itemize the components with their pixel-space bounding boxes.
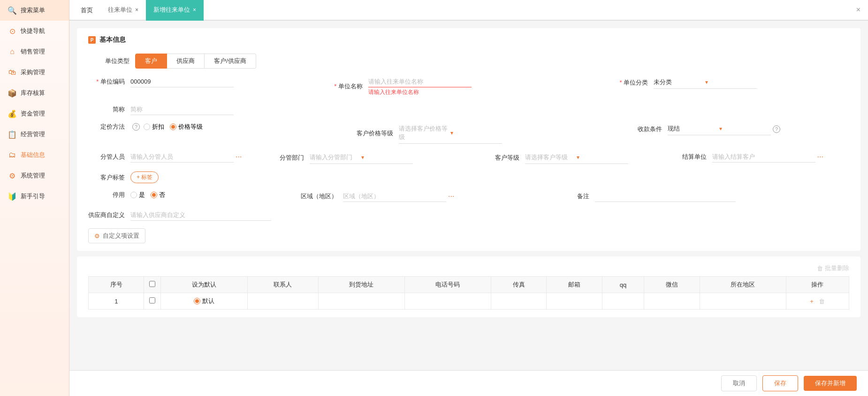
unit-code-label: 单位编码 [88, 78, 130, 86]
payment-help-icon[interactable]: ? [773, 125, 780, 133]
pricing-label: 定价方法 [88, 123, 130, 131]
manager-more[interactable]: ··· [234, 153, 244, 161]
sidebar-item-system[interactable]: ⚙ 系统管理 [0, 165, 69, 186]
tab-close-all[interactable]: × [853, 6, 864, 14]
tab-home[interactable]: 首页 [73, 0, 100, 21]
radio-price-level[interactable]: 价格等级 [170, 123, 203, 131]
settlement-label: 结算单位 [670, 153, 712, 161]
disable-radio-group: 是 否 [130, 191, 165, 199]
unit-type-both[interactable]: 客户/供应商 [205, 54, 256, 69]
radio-no[interactable]: 否 [151, 191, 165, 199]
radio-discount[interactable]: 折扣 [144, 123, 164, 131]
sidebar-label-basic: 基础信息 [21, 151, 45, 159]
payment-label: 收款条件 [625, 125, 668, 133]
td-contact [247, 293, 318, 310]
form-row-6: 停用 是 否 区 [88, 191, 849, 202]
unit-type-supplier[interactable]: 供应商 [167, 54, 205, 69]
tag-label: 客户标签 [88, 173, 130, 182]
tab-new-partner-label: 新增往来单位 [153, 6, 190, 14]
basic-info-card: P 基本信息 单位类型 客户 供应商 客户/供应商 单位编码 单位名称 [77, 28, 860, 251]
region-label: 区域（地区） [301, 192, 343, 201]
unit-code-input[interactable] [130, 76, 234, 87]
customer-price-select[interactable]: 请选择客户价格等级 ▾ [399, 123, 502, 144]
manager-input[interactable] [130, 151, 234, 163]
add-row-btn[interactable]: + [810, 298, 814, 305]
system-icon: ⚙ [8, 171, 17, 180]
td-wechat [644, 293, 700, 310]
sidebar-item-inventory[interactable]: 📦 库存核算 [0, 83, 69, 103]
tab-new-partner-close[interactable]: × [193, 7, 196, 13]
save-new-button[interactable]: 保存并新增 [804, 376, 857, 391]
radio-no-label: 否 [159, 191, 165, 199]
settlement-more[interactable]: ··· [815, 153, 825, 161]
select-all-checkbox[interactable] [149, 281, 155, 287]
field-alias: 简称 [88, 104, 849, 115]
add-tag-button[interactable]: + 标签 [130, 171, 159, 183]
department-arrow: ▾ [361, 154, 413, 161]
field-pricing: 定价方法 ? 折扣 价格等级 [88, 123, 357, 131]
alias-input[interactable] [130, 104, 234, 115]
form-row-4: 分管人员 ··· 分管部门 请输入分管部门 ▾ 客户等级 请选择客户等级 ▾ [88, 151, 849, 164]
td-email [547, 293, 602, 310]
radio-default-label: 默认 [202, 297, 214, 305]
tab-partners[interactable]: 往来单位 × [100, 0, 146, 21]
radio-discount-circle [144, 124, 150, 130]
sidebar-item-sales[interactable]: ⌂ 销售管理 [0, 41, 69, 62]
tab-partners-close[interactable]: × [135, 7, 138, 13]
sidebar-item-guide[interactable]: 🔰 新手引导 [0, 186, 69, 207]
tab-new-partner[interactable]: 新增往来单位 × [146, 0, 204, 21]
row-checkbox[interactable] [149, 297, 155, 303]
supplier-custom-input[interactable] [130, 210, 271, 221]
th-fax: 传真 [491, 277, 546, 293]
cancel-button[interactable]: 取消 [721, 375, 757, 391]
field-settlement: 结算单位 ··· [670, 151, 849, 163]
manager-label: 分管人员 [88, 153, 130, 161]
sidebar-label-finance: 资金管理 [21, 109, 45, 118]
field-disable: 停用 是 否 [88, 191, 286, 199]
customer-level-select[interactable]: 请选择客户等级 ▾ [525, 151, 628, 164]
sidebar-item-basic[interactable]: 🗂 基础信息 [0, 145, 69, 165]
region-more[interactable]: ··· [446, 192, 456, 201]
department-placeholder: 请输入分管部门 [310, 153, 361, 162]
save-button[interactable]: 保存 [762, 375, 798, 391]
field-manager: 分管人员 ··· [88, 151, 267, 163]
sidebar-label-guide: 新手引导 [21, 192, 45, 201]
unit-type-customer[interactable]: 客户 [135, 54, 167, 69]
remark-input[interactable] [595, 191, 736, 202]
form-row-7: 供应商自定义 [88, 210, 849, 221]
field-unit-name: 单位名称 请输入往来单位名称 [326, 76, 611, 96]
del-row-btn[interactable]: 🗑 [819, 298, 825, 305]
sidebar-item-quick-nav[interactable]: ⊙ 快捷导航 [0, 21, 69, 41]
payment-select[interactable]: 现结 ▾ [668, 123, 771, 135]
sidebar-item-operations[interactable]: 📋 经营管理 [0, 124, 69, 145]
department-select[interactable]: 请输入分管部门 ▾ [310, 151, 413, 164]
sidebar-item-finance[interactable]: 💰 资金管理 [0, 103, 69, 124]
region-input[interactable] [343, 191, 446, 202]
sidebar-item-purchase[interactable]: 🛍 采购管理 [0, 62, 69, 83]
pricing-help-icon[interactable]: ? [132, 123, 140, 131]
table-section: 🗑 批量删除 序号 设为默认 联系人 到货地址 电话号码 传真 邮箱 qq [77, 256, 860, 317]
unit-name-input[interactable] [368, 76, 472, 87]
td-checkbox [144, 293, 161, 310]
sidebar-label-operations: 经营管理 [21, 130, 45, 139]
batch-delete-button[interactable]: 🗑 批量删除 [817, 264, 849, 272]
unit-category-label: 单位分类 [611, 78, 654, 87]
custom-settings-button[interactable]: ⚙ 自定义项设置 [88, 228, 145, 243]
settlement-input[interactable] [712, 151, 815, 163]
radio-default-circle [194, 298, 200, 304]
radio-yes[interactable]: 是 [130, 191, 145, 199]
inventory-icon: 📦 [8, 88, 17, 98]
customer-price-placeholder: 请选择客户价格等级 [399, 124, 450, 141]
th-operation: 操作 [786, 277, 849, 293]
table-row: 1 默认 [89, 293, 849, 310]
unit-category-select[interactable]: 未分类 ▾ [654, 76, 757, 89]
sidebar-item-search[interactable]: 🔍 搜索菜单 [0, 0, 69, 21]
gear-icon: ⚙ [94, 233, 100, 240]
td-operation: + 🗑 [786, 293, 849, 310]
main-area: 首页 往来单位 × 新增往来单位 × × P 基本信息 单位类型 客户 供应商 … [69, 0, 868, 396]
batch-delete-icon: 🗑 [817, 265, 823, 272]
operations-icon: 📋 [8, 130, 17, 139]
radio-default[interactable]: 默认 [166, 297, 242, 305]
field-unit-code: 单位编码 [88, 76, 326, 87]
radio-price-level-dot [171, 125, 175, 129]
